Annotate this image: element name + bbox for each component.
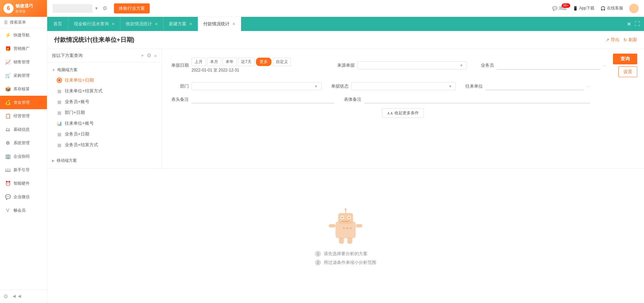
date-pill-more[interactable]: 更多 xyxy=(256,58,271,66)
date-pills: 上月 本月 本年 近7天 更多 自定义 xyxy=(192,58,291,66)
partner-label: 往来单位 xyxy=(463,83,483,89)
body-note-input[interactable] xyxy=(364,95,590,103)
scheme-item-icon-unit-settle: ▦ xyxy=(57,88,62,94)
collapse-conditions-btn[interactable]: ∧∧ 收起更多条件 xyxy=(382,108,424,118)
message-btn[interactable]: 💬 消息 99+ xyxy=(552,5,567,11)
sidebar-item-enterprise[interactable]: 🏢 企业协同 xyxy=(0,150,47,163)
date-pill-last-month[interactable]: 上月 xyxy=(192,58,206,66)
tab-new[interactable]: 新建方案 ✕ xyxy=(164,17,198,31)
sidebar-item-finance[interactable]: 💰 资金管理 xyxy=(0,96,47,109)
tab-payment[interactable]: 付款情况统计 ✕ xyxy=(198,17,241,31)
filter-settings-btn[interactable]: 设置 xyxy=(618,66,637,77)
partner-input[interactable] xyxy=(486,82,584,90)
enterprise-icon: 🏢 xyxy=(5,153,11,159)
tab-home[interactable]: 首页 xyxy=(47,17,68,31)
trial-btn[interactable]: 体验行业方案 xyxy=(114,3,150,13)
sidebar-item-member[interactable]: V 畅会员 xyxy=(0,204,47,217)
desktop-section-header[interactable]: ▼ 电脑端方案 xyxy=(47,65,162,75)
svg-point-4 xyxy=(342,216,343,218)
service-label: 在线客服 xyxy=(607,5,623,11)
sidebar-item-wechat[interactable]: 💬 企业微信 xyxy=(0,190,47,204)
settings-footer-icon[interactable]: ⚙ xyxy=(3,293,8,300)
tab-receipt[interactable]: 收款情况统计 ✕ xyxy=(120,17,164,31)
empty-robot-svg xyxy=(325,208,366,245)
scheme-item-radio-unit-date xyxy=(57,78,62,83)
tab-new-close-icon[interactable]: ✕ xyxy=(189,22,192,26)
filter-row-1: 单据日期 上月 本月 本年 近7天 更多 自定义 2022-01-01 至 20… xyxy=(169,54,637,77)
sidebar-item-purchase[interactable]: 🛒 采购管理 xyxy=(0,69,47,82)
message-badge: 99+ xyxy=(562,3,570,8)
scheme-item-staff-settle[interactable]: ▦ 业务员+结算方式 xyxy=(47,140,162,150)
sidebar-item-inventory[interactable]: 📦 库存核算 xyxy=(0,82,47,96)
scheme-setting-btn[interactable]: ⚙ xyxy=(147,52,151,59)
operation-icon: 📋 xyxy=(5,113,11,119)
date-pill-7days[interactable]: 近7天 xyxy=(238,58,255,66)
staff-more-icon[interactable]: ··· xyxy=(603,63,606,68)
scheme-add-btn[interactable]: + xyxy=(141,53,144,59)
sidebar-item-sales[interactable]: 📈 销售管理 xyxy=(0,55,47,69)
svg-point-5 xyxy=(348,216,350,218)
export-btn[interactable]: ↗ 导出 xyxy=(606,37,619,43)
sidebar: 6 畅捷通巧 标准版 ☰ 搜索菜单 ⚡ 快捷导航 🎁 营销推广 📈 销售管理 🛒… xyxy=(0,0,47,303)
partner-more-icon[interactable]: ··· xyxy=(587,84,590,89)
scheme-item-staff-account[interactable]: ▦ 业务员+账号 xyxy=(47,96,162,107)
company-name xyxy=(53,4,92,13)
sidebar-item-system[interactable]: ⚙ 系统管理 xyxy=(0,136,47,150)
tab-bank-close-icon[interactable]: ✕ xyxy=(112,22,115,26)
scheme-item-unit-date[interactable]: 往来单位+日期 xyxy=(47,75,162,86)
search-menu-item[interactable]: ☰ 搜索菜单 xyxy=(0,17,47,28)
company-chevron-icon: ▼ xyxy=(94,6,98,11)
refresh-btn[interactable]: ↻ 刷新 xyxy=(623,37,637,43)
sidebar-header: 6 畅捷通巧 标准版 xyxy=(0,0,47,17)
empty-hint-2: 2 用过滤条件来缩小分析范围 xyxy=(315,260,376,266)
wechat-label: 企业微信 xyxy=(13,194,30,200)
sidebar-item-guide[interactable]: 📖 新手引导 xyxy=(0,163,47,177)
svg-rect-9 xyxy=(339,238,344,244)
scheme-item-unit-settle[interactable]: ▦ 往来单位+结算方式 xyxy=(47,86,162,96)
scheme-item-icon-staff-account: ▦ xyxy=(57,99,62,104)
sidebar-item-quicknav[interactable]: ⚡ 快捷导航 xyxy=(0,28,47,42)
tab-expand-icon[interactable]: ⛶ xyxy=(635,21,640,27)
date-pill-this-month[interactable]: 本月 xyxy=(207,58,221,66)
doc-status-select[interactable]: ▼ xyxy=(351,82,456,90)
scheme-collapse-btn[interactable]: « xyxy=(154,53,157,58)
refresh-label: 刷新 xyxy=(628,37,637,43)
date-pill-custom[interactable]: 自定义 xyxy=(273,58,291,66)
tab-new-label: 新建方案 xyxy=(169,21,186,27)
dept-select[interactable]: ▼ xyxy=(192,82,322,90)
query-btn[interactable]: 查询 xyxy=(613,54,637,64)
empty-hints: 1 请先选择要分析的方案 2 用过滤条件来缩小分析范围 xyxy=(315,251,376,266)
tab-receipt-close-icon[interactable]: ✕ xyxy=(155,22,158,26)
basic-icon: 🗂 xyxy=(5,126,11,132)
empty-state: 1 请先选择要分析的方案 2 用过滤条件来缩小分析范围 xyxy=(47,169,644,303)
topbar-settings-icon[interactable]: ⚙ xyxy=(103,5,107,11)
company-selector[interactable]: ▼ xyxy=(53,4,98,13)
enterprise-label: 企业协同 xyxy=(13,154,30,159)
mobile-section-label: 移动端方案 xyxy=(57,158,77,163)
mobile-section-header[interactable]: ▶ 移动端方案 xyxy=(47,156,162,165)
sidebar-item-marketing[interactable]: 🎁 营销推广 xyxy=(0,42,47,55)
collapse-sidebar-icon[interactable]: ◄◄ xyxy=(11,293,22,300)
app-download-btn[interactable]: 📱 App下载 xyxy=(573,5,594,11)
date-pill-this-year[interactable]: 本年 xyxy=(223,58,237,66)
inventory-label: 库存核算 xyxy=(13,86,30,92)
dept-label: 部门 xyxy=(169,83,189,89)
tab-close-all-icon[interactable]: ✕ xyxy=(627,21,631,27)
scheme-item-staff-date[interactable]: ▦ 业务员+日期 xyxy=(47,129,162,140)
tab-payment-close-icon[interactable]: ✕ xyxy=(232,22,235,26)
staff-input[interactable] xyxy=(497,61,600,69)
scheme-header-label: 按以下方案查询 xyxy=(52,53,138,59)
scheme-item-dept-date[interactable]: ▦ 部门+日期 xyxy=(47,107,162,118)
tab-bank[interactable]: 现金银行流水查询 ✕ xyxy=(68,17,120,31)
header-note-input[interactable] xyxy=(192,95,334,103)
sidebar-item-basic[interactable]: 🗂 基础信息 xyxy=(0,123,47,136)
finance-icon: 💰 xyxy=(5,99,11,105)
svg-point-14 xyxy=(346,227,348,229)
online-service-btn[interactable]: 🎧 在线客服 xyxy=(601,5,623,11)
scheme-item-unit-account[interactable]: 📊 往来单位+账号 xyxy=(47,118,162,129)
source-select[interactable]: ▼ xyxy=(357,61,467,69)
user-avatar[interactable] xyxy=(629,4,639,13)
scheme-item-label-dept-date: 部门+日期 xyxy=(65,110,85,116)
sidebar-item-hardware[interactable]: ⏰ 智能硬件 xyxy=(0,177,47,190)
sidebar-item-operation[interactable]: 📋 经营管理 xyxy=(0,109,47,123)
